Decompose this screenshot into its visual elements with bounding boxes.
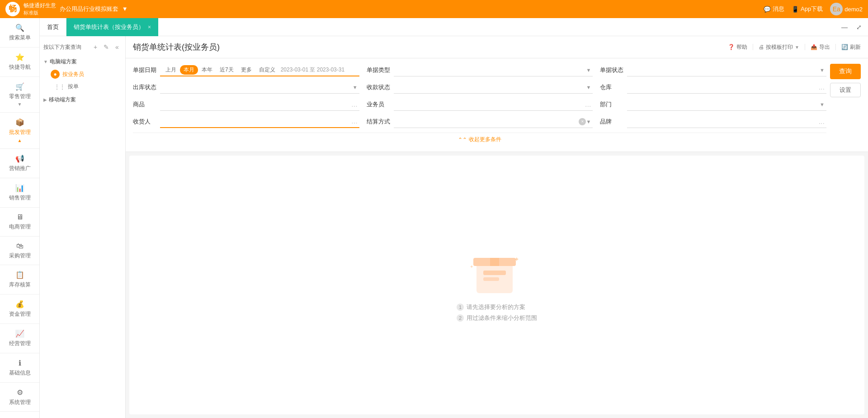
salesperson-control[interactable]: ... — [394, 98, 593, 111]
sidebar-item-finance[interactable]: 💰 资金管理 — [0, 294, 39, 324]
goods-more-icon[interactable]: ... — [351, 100, 357, 109]
app-download-button[interactable]: 📱 App下载 — [792, 5, 823, 13]
sidebar-item-purchase[interactable]: 🛍 采购管理 — [0, 237, 39, 266]
logo-text: 畅捷通好生意 标准版 — [24, 2, 56, 16]
basic-icon: ℹ — [19, 359, 21, 367]
tab-window-actions: — ⤢ — [839, 22, 868, 33]
help-icon: ❓ — [728, 44, 735, 50]
top-bar: 畅 畅捷通好生意 标准版 办公用品行业模拟账套 ▼ 💬 消息 📱 App下载 — [0, 0, 868, 18]
filter-row-1: 单据日期 上月 本月 本年 近7天 更多 — [133, 64, 826, 76]
department-control[interactable]: ▼ — [627, 98, 826, 111]
date-last-month[interactable]: 上月 — [162, 65, 180, 75]
consignee-label: 收货人 — [133, 118, 156, 126]
svg-rect-3 — [483, 271, 506, 275]
sidebar-item-inventory[interactable]: 📋 库存核算 — [0, 265, 39, 294]
sidebar-item-ecommerce[interactable]: 🖥 电商管理 — [0, 208, 39, 237]
right-main: 销货单统计表(按业务员) ❓ 帮助 🖨 按模板打印 ▼ — [126, 36, 868, 418]
print-button[interactable]: 🖨 按模板打印 ▼ — [759, 43, 799, 51]
sidebar-item-retail[interactable]: 🛒 零售管理 ▼ — [0, 77, 39, 113]
goods-control[interactable]: ... — [160, 98, 359, 111]
receipt-status-filter-item: 收款状态 ▼ — [367, 81, 593, 94]
workspace-dropdown[interactable]: ▼ — [122, 5, 128, 12]
sidebar-item-basic[interactable]: ℹ 基础信息 — [0, 353, 39, 383]
sidebar-item-quicknav[interactable]: ⭐ 快捷导航 — [0, 48, 39, 77]
brand-filter-item: 品牌 ... — [600, 115, 826, 128]
message-button[interactable]: 💬 消息 — [764, 5, 784, 13]
consignee-more-icon[interactable]: ... — [351, 117, 357, 125]
doc-type-filter-item: 单据类型 ▼ — [367, 64, 593, 76]
refresh-icon: 🔄 — [841, 44, 848, 50]
page-content: 按以下方案查询 + ✎ « ▼ 电脑端方案 ● — [40, 36, 868, 418]
doc-type-control[interactable]: ▼ — [394, 64, 593, 76]
sidebar-item-system[interactable]: ⚙ 系统管理 — [0, 383, 39, 412]
minimize-button[interactable]: — — [839, 22, 850, 33]
salesperson-scheme-item[interactable]: ● 按业务员 — [40, 67, 125, 81]
consignee-control[interactable]: ... — [160, 115, 359, 128]
settings-button[interactable]: 设置 — [830, 83, 861, 97]
out-status-control[interactable]: ▼ — [160, 81, 359, 94]
date-this-month[interactable]: 本月 — [180, 65, 198, 75]
salesperson-more-icon[interactable]: ... — [585, 100, 591, 109]
print-dropdown-icon[interactable]: ▼ — [795, 45, 799, 50]
query-button[interactable]: 查询 — [830, 64, 861, 79]
page-header: 销货单统计表(按业务员) ❓ 帮助 🖨 按模板打印 ▼ — [126, 36, 868, 58]
sidebar-item-marketing[interactable]: 📢 营销推广 — [0, 149, 39, 178]
tab-bar: 首页 销货单统计表（按业务员） × — ⤢ — [40, 18, 868, 36]
collapse-filters-button[interactable]: ⌃⌃ 收起更多条件 — [133, 133, 826, 146]
expand-arrow-icon: ▼ — [43, 59, 48, 64]
workspace-title: 办公用品行业模拟账套 ▼ — [60, 5, 128, 13]
sidebar-item-collab[interactable]: 🤝 企业协同 — [0, 412, 39, 418]
system-icon: ⚙ — [17, 388, 23, 397]
date-7days[interactable]: 近7天 — [216, 65, 237, 75]
filter-row-3: 商品 ... 业务员 — [133, 98, 826, 111]
refresh-button[interactable]: 🔄 刷新 — [841, 43, 861, 51]
brand-label: 品牌 — [600, 118, 623, 126]
sidebar-item-operations[interactable]: 📈 经营管理 — [0, 324, 39, 353]
date-this-year[interactable]: 本年 — [198, 65, 216, 75]
tab-active[interactable]: 销货单统计表（按业务员） × — [66, 18, 158, 36]
warehouse-control[interactable]: ... — [627, 81, 826, 94]
wholesale-icon: 📦 — [15, 118, 24, 127]
date-more[interactable]: 更多 — [237, 65, 255, 75]
receipt-status-label: 收款状态 — [367, 83, 390, 91]
doc-status-label: 单据状态 — [600, 66, 623, 74]
maximize-button[interactable]: ⤢ — [854, 22, 864, 33]
brand-more-icon[interactable]: ... — [819, 118, 825, 126]
tab-close-icon[interactable]: × — [148, 24, 151, 30]
sidebar-item-search[interactable]: 🔍 搜索菜单 — [0, 18, 39, 48]
brand-control[interactable]: ... — [627, 115, 826, 128]
collapse-panel-button[interactable]: « — [113, 43, 122, 52]
export-button[interactable]: 📤 导出 — [811, 43, 830, 51]
sidebar-item-wholesale[interactable]: 📦 批发管理 ▲ — [0, 113, 39, 149]
logo: 畅 畅捷通好生意 标准版 — [5, 2, 56, 16]
order-sub-item[interactable]: ⋮⋮ 按单 — [40, 81, 125, 92]
doc-status-control[interactable]: ▼ — [627, 64, 826, 76]
page-header-actions: ❓ 帮助 🖨 按模板打印 ▼ 📤 — [728, 43, 861, 51]
sidebar-item-sales[interactable]: 📊 销售管理 — [0, 178, 39, 208]
add-scheme-button[interactable]: + — [91, 43, 100, 52]
desktop-scheme-header[interactable]: ▼ 电脑端方案 — [40, 56, 125, 67]
date-control[interactable]: 上月 本月 本年 近7天 更多 自定义 2023-03-01 至 2023-03… — [160, 64, 359, 76]
mobile-scheme-header[interactable]: ▶ 移动端方案 — [40, 94, 125, 105]
settlement-control[interactable]: × ▼ — [394, 115, 593, 128]
receipt-status-control[interactable]: ▼ — [394, 81, 593, 94]
logo-icon: 畅 — [5, 2, 20, 16]
tab-home[interactable]: 首页 — [40, 18, 66, 36]
user-avatar[interactable]: Ea demo2 — [830, 3, 863, 15]
date-custom[interactable]: 自定义 — [255, 65, 279, 75]
settlement-clear-button[interactable]: × — [579, 118, 586, 125]
receipt-status-dropdown-icon: ▼ — [586, 85, 591, 90]
filter-row-4: 收货人 ... 结算方式 — [133, 115, 826, 128]
warehouse-more-icon[interactable]: ... — [819, 83, 825, 91]
salesperson-filter-item: 业务员 ... — [367, 98, 593, 111]
inventory-icon: 📋 — [15, 271, 24, 279]
out-status-dropdown-icon: ▼ — [353, 85, 358, 90]
help-button[interactable]: ❓ 帮助 — [728, 43, 747, 51]
department-dropdown-icon: ▼ — [820, 102, 825, 107]
filter-fields: 单据日期 上月 本月 本年 近7天 更多 — [133, 64, 826, 146]
order-icon: ⋮⋮ — [54, 84, 65, 90]
edit-scheme-button[interactable]: ✎ — [102, 43, 111, 52]
doc-status-filter-item: 单据状态 ▼ — [600, 64, 826, 76]
svg-rect-2 — [490, 258, 499, 266]
department-label: 部门 — [600, 100, 623, 109]
